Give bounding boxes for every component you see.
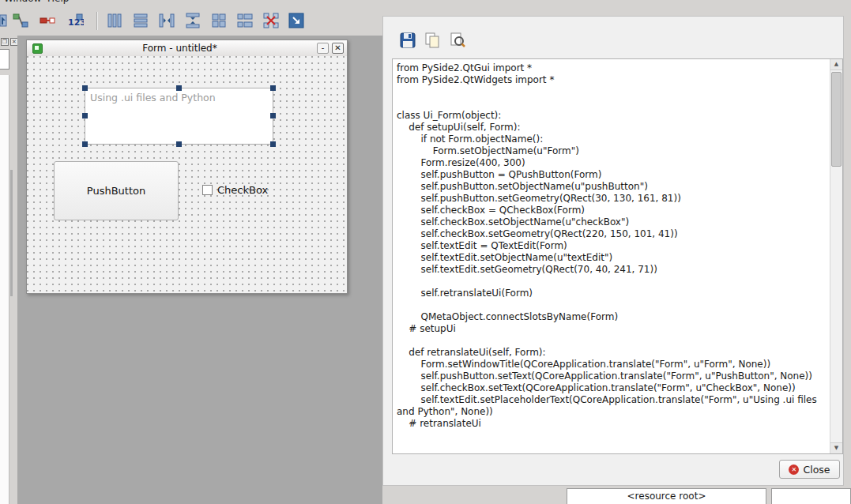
resource-browser: <resource root>	[382, 486, 851, 504]
code-line: self.checkBox = QCheckBox(Form)	[397, 205, 829, 216]
menubar: Window Help	[0, 0, 851, 6]
form-window-icon	[32, 43, 43, 54]
lay-out-splitter-vertical-icon[interactable]	[183, 11, 202, 30]
code-view[interactable]: from PySide2.QtGui import *from PySide2.…	[392, 58, 843, 454]
code-line: self.pushButton.setText(QCoreApplication…	[397, 370, 829, 382]
code-line: def retranslateUi(self, Form):	[397, 347, 829, 359]
form-canvas[interactable]: Using .ui files and Python PushButton Ch…	[27, 56, 347, 293]
code-line: self.textEdit.setPlaceholderText(QCoreAp…	[397, 394, 829, 406]
textedit-widget[interactable]: Using .ui files and Python	[85, 88, 273, 145]
toolbar-separator	[96, 12, 98, 30]
minimize-button[interactable]: -	[317, 43, 329, 54]
lay-out-splitter-horizontal-icon[interactable]	[157, 11, 176, 30]
code-line: Form.resize(400, 300)	[397, 157, 829, 169]
checkbox-widget[interactable]: CheckBox	[202, 184, 268, 196]
code-line: def setupUi(self, Form):	[397, 122, 829, 134]
svg-text:123: 123	[68, 17, 84, 28]
code-line: Form.setWindowTitle(QCoreApplication.tra…	[397, 359, 829, 370]
widget-box-dock: ❐ ✕	[0, 36, 17, 504]
widget-filter-input[interactable]	[0, 49, 9, 70]
code-line: from PySide2.QtWidgets import *	[397, 74, 829, 86]
lay-out-horizontally-icon[interactable]	[105, 11, 124, 30]
copy-icon[interactable]	[422, 30, 442, 51]
break-layout-icon[interactable]	[262, 11, 281, 30]
scroll-up-icon[interactable]: ▲	[830, 59, 842, 70]
selection-handle[interactable]	[270, 141, 276, 147]
edit-tab-order-icon[interactable]: 123	[66, 11, 85, 30]
resource-root-item[interactable]: <resource root>	[567, 488, 766, 504]
selection-handle[interactable]	[176, 85, 182, 91]
code-content: from PySide2.QtGui import *from PySide2.…	[397, 62, 829, 450]
code-line: self.checkBox.setObjectName(u"checkBox")	[397, 216, 829, 228]
qt-designer-window: Window Help 123	[0, 0, 851, 504]
dialog-close-button[interactable]: ✕ Close	[779, 460, 840, 479]
code-line: from PySide2.QtGui import *	[397, 62, 829, 74]
code-line: self.checkBox.setGeometry(QRect(220, 150…	[397, 228, 829, 240]
code-line: self.pushButton.setGeometry(QRect(30, 13…	[397, 193, 829, 205]
dock-scrollbar[interactable]	[10, 170, 13, 296]
selection-handle[interactable]	[82, 113, 88, 118]
lay-out-form-icon[interactable]	[235, 11, 254, 30]
selection-handle[interactable]	[270, 113, 276, 118]
form-window-title: Form - untitled*	[43, 43, 317, 54]
resource-panel-box[interactable]	[771, 488, 851, 504]
close-button-label: Close	[803, 464, 830, 476]
save-icon[interactable]	[397, 30, 418, 51]
main-toolbar: 123	[0, 6, 382, 36]
selection-handle[interactable]	[82, 141, 88, 147]
selection-handle[interactable]	[176, 141, 182, 147]
selection-handle[interactable]	[82, 85, 88, 91]
textedit-placeholder: Using .ui files and Python	[90, 92, 268, 103]
code-scrollbar[interactable]: ▲ ▼	[830, 59, 842, 453]
code-line: # retranslateUi	[397, 418, 829, 430]
code-preview-dialog: from PySide2.QtGui import *from PySide2.…	[382, 16, 844, 486]
lay-out-grid-icon[interactable]	[209, 11, 228, 30]
code-line: self.textEdit.setGeometry(QRect(70, 40, …	[397, 264, 829, 276]
code-line: self.retranslateUi(Form)	[397, 288, 829, 299]
code-line: QMetaObject.connectSlotsByName(Form)	[397, 311, 829, 323]
code-line	[397, 335, 829, 347]
code-line	[397, 86, 829, 98]
code-line	[397, 98, 829, 110]
code-line: class Ui_Form(object):	[397, 110, 829, 122]
pushbutton-widget[interactable]: PushButton	[54, 161, 179, 220]
edit-signals-slots-icon[interactable]	[11, 11, 30, 30]
code-line: self.textEdit.setObjectName(u"textEdit")	[397, 252, 829, 264]
scrollbar-thumb[interactable]	[831, 72, 842, 167]
dock-float-icon[interactable]: ❐	[1, 38, 9, 46]
code-line	[397, 276, 829, 288]
checkbox-label: CheckBox	[217, 184, 268, 196]
widget-box-panel	[0, 75, 9, 504]
form-window-titlebar[interactable]: Form - untitled* - ✕	[27, 40, 347, 57]
edit-widgets-icon[interactable]	[0, 11, 9, 30]
code-line	[397, 299, 829, 311]
code-line: self.pushButton = QPushButton(Form)	[397, 169, 829, 181]
code-line: and Python", None))	[397, 406, 829, 418]
edit-buddies-icon[interactable]	[38, 11, 57, 30]
code-line: self.checkBox.setText(QCoreApplication.t…	[397, 382, 829, 394]
lay-out-vertically-icon[interactable]	[131, 11, 150, 30]
menu-help[interactable]: Help	[47, 0, 69, 4]
code-line: self.textEdit = QTextEdit(Form)	[397, 240, 829, 252]
code-line: if not Form.objectName():	[397, 134, 829, 145]
close-x-icon: ✕	[789, 465, 799, 475]
scroll-down-icon[interactable]: ▼	[830, 442, 842, 453]
menu-window[interactable]: Window	[4, 0, 41, 4]
code-line: self.pushButton.setObjectName(u"pushButt…	[397, 181, 829, 193]
checkbox-indicator[interactable]	[202, 185, 213, 195]
window-close-button[interactable]: ✕	[332, 43, 344, 54]
find-icon[interactable]	[447, 30, 468, 51]
code-line: # setupUi	[397, 323, 829, 335]
selection-handle[interactable]	[270, 85, 276, 91]
form-editor-window: Form - untitled* - ✕ Using .ui files and…	[26, 39, 348, 294]
adjust-size-icon[interactable]	[287, 11, 306, 30]
code-line: Form.setObjectName(u"Form")	[397, 145, 829, 157]
resource-root-label: <resource root>	[627, 491, 706, 502]
